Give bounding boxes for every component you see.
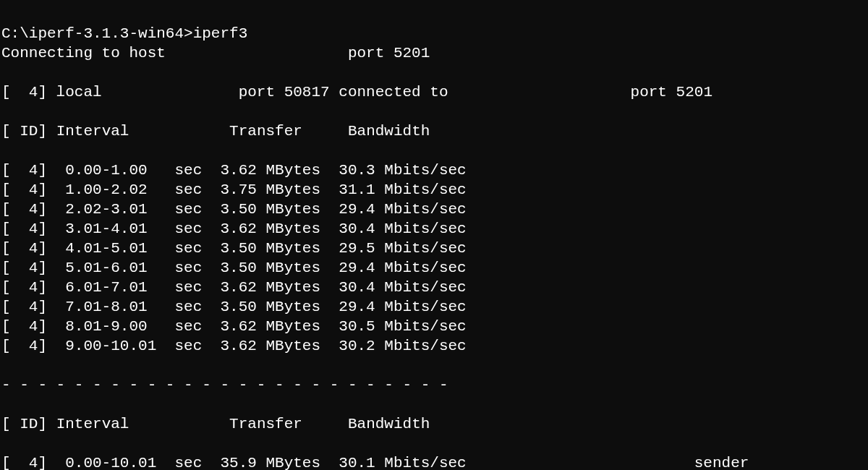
interval-row: [ 4] 7.01-8.01 sec 3.50 MBytes 29.4 Mbit… [1, 297, 867, 317]
summary-header-row: [ ID] Interval Transfer Bandwidth [1, 414, 867, 434]
terminal-output[interactable]: C:\iperf-3.1.3-win64>iperf3 Connecting t… [0, 0, 868, 470]
summary-row: [ 4] 0.00-10.01 sec 35.9 MBytes 30.1 Mbi… [1, 453, 867, 470]
command-prompt-line: C:\iperf-3.1.3-win64>iperf3 [1, 25, 247, 42]
interval-row: [ 4] 6.01-7.01 sec 3.62 MBytes 30.4 Mbit… [1, 278, 867, 297]
separator-line: - - - - - - - - - - - - - - - - - - - - … [1, 375, 867, 395]
connecting-line: Connecting to host port 5201 [1, 43, 867, 63]
interval-row: [ 4] 9.00-10.01 sec 3.62 MBytes 30.2 Mbi… [1, 336, 867, 356]
header-row: [ ID] Interval Transfer Bandwidth [1, 121, 867, 141]
interval-row: [ 4] 8.01-9.00 sec 3.62 MBytes 30.5 Mbit… [1, 317, 867, 336]
interval-row: [ 4] 3.01-4.01 sec 3.62 MBytes 30.4 Mbit… [1, 219, 867, 239]
interval-row: [ 4] 5.01-6.01 sec 3.50 MBytes 29.4 Mbit… [1, 258, 867, 278]
interval-row: [ 4] 4.01-5.01 sec 3.50 MBytes 29.5 Mbit… [1, 239, 867, 258]
local-connection-line: [ 4] local port 50817 connected to port … [1, 82, 867, 102]
interval-row: [ 4] 1.00-2.02 sec 3.75 MBytes 31.1 Mbit… [1, 180, 867, 200]
interval-row: [ 4] 0.00-1.00 sec 3.62 MBytes 30.3 Mbit… [1, 161, 867, 180]
interval-row: [ 4] 2.02-3.01 sec 3.50 MBytes 29.4 Mbit… [1, 200, 867, 219]
